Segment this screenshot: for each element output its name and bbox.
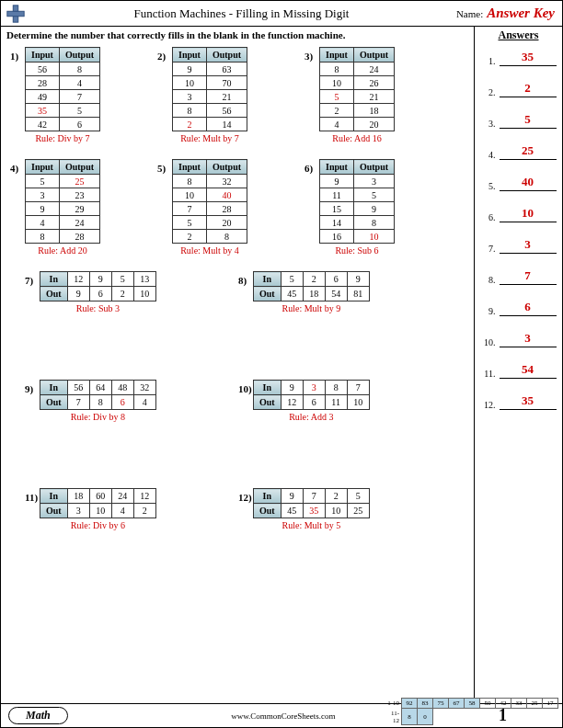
answer-number: 10. bbox=[481, 337, 496, 347]
cell: 10 bbox=[325, 504, 347, 518]
rule-text: Rule: Div by 8 bbox=[40, 412, 156, 422]
answer-value: 2 bbox=[500, 81, 557, 97]
function-table: In5269Out45185481 bbox=[253, 271, 370, 301]
answer-number: 7. bbox=[481, 244, 496, 254]
cell: 10 bbox=[89, 504, 111, 518]
cell: 12 bbox=[281, 395, 303, 410]
function-table: InputOutput568284497355426 bbox=[25, 47, 100, 131]
cell: 5 bbox=[281, 272, 303, 287]
answer-value: 7 bbox=[500, 268, 557, 285]
answer-value: 35 bbox=[500, 50, 557, 66]
answer-row: 2.2 bbox=[475, 81, 562, 97]
problem-10: 10)In9387Out1261110Rule: Add 3 bbox=[253, 380, 370, 422]
answer-value: 5 bbox=[500, 112, 557, 129]
function-table: InputOutput832104072852028 bbox=[172, 159, 247, 244]
answer-number: 1. bbox=[481, 56, 496, 66]
cell: 56 bbox=[206, 104, 247, 118]
rule-text: Rule: Add 16 bbox=[319, 133, 395, 143]
score-cell: 0 bbox=[418, 709, 433, 725]
rule-text: Rule: Div by 7 bbox=[25, 133, 100, 143]
cell: 49 bbox=[26, 90, 60, 104]
cell: 8 bbox=[325, 381, 347, 395]
answer-row: 11.54 bbox=[475, 362, 562, 379]
problem-number: 6) bbox=[304, 163, 313, 174]
score-cell: 92 bbox=[402, 699, 418, 709]
cell: 25 bbox=[59, 175, 99, 188]
problem-number: 4) bbox=[10, 163, 18, 174]
col-input: Input bbox=[26, 160, 60, 175]
cell: 24 bbox=[111, 489, 133, 504]
cell: 11 bbox=[320, 188, 354, 202]
rule-text: Rule: Add 20 bbox=[25, 245, 100, 256]
cell: 9 bbox=[353, 202, 394, 216]
cell: 8 bbox=[173, 175, 207, 188]
cell: 35 bbox=[303, 504, 325, 518]
problem-1: 1)InputOutput568284497355426Rule: Div by… bbox=[25, 47, 100, 143]
answer-row: 6.10 bbox=[475, 206, 562, 222]
answer-number: 2. bbox=[481, 87, 496, 97]
row-in: In bbox=[40, 381, 68, 395]
cell: 6 bbox=[89, 287, 111, 301]
footer: Math www.CommonCoreSheets.com 1 1-109283… bbox=[1, 703, 562, 727]
cell: 5 bbox=[26, 175, 60, 188]
cell: 64 bbox=[89, 381, 111, 395]
cell: 6 bbox=[303, 395, 325, 410]
cell: 2 bbox=[133, 504, 155, 518]
score-cell: 58 bbox=[465, 699, 480, 709]
answer-number: 5. bbox=[481, 181, 496, 191]
cell: 42 bbox=[26, 118, 60, 131]
cell: 21 bbox=[353, 90, 394, 104]
cell: 20 bbox=[353, 118, 394, 131]
cell: 9 bbox=[26, 202, 60, 216]
cell: 48 bbox=[111, 381, 133, 395]
cell: 26 bbox=[353, 76, 394, 90]
problem-number: 8) bbox=[238, 275, 247, 286]
col-output: Output bbox=[353, 48, 394, 63]
cell: 3 bbox=[67, 504, 89, 518]
rule-text: Rule: Div by 6 bbox=[40, 520, 156, 530]
score-cell: 33 bbox=[511, 699, 527, 709]
problems-area: 1)InputOutput568284497355426Rule: Div by… bbox=[5, 41, 470, 701]
score-cell: 25 bbox=[527, 699, 543, 709]
problem-number: 2) bbox=[157, 51, 166, 62]
cell: 4 bbox=[320, 118, 354, 131]
cell: 6 bbox=[59, 118, 99, 131]
score-cell: 67 bbox=[449, 699, 465, 709]
answer-number: 6. bbox=[481, 212, 496, 222]
answer-value: 3 bbox=[500, 237, 557, 254]
cell: 11 bbox=[325, 395, 347, 410]
problem-8: 8)In5269Out45185481Rule: Mult by 9 bbox=[253, 271, 370, 313]
answers-title: Answers bbox=[475, 28, 562, 42]
score-cell: 50 bbox=[480, 699, 496, 709]
cell: 10 bbox=[133, 287, 155, 301]
col-input: Input bbox=[320, 160, 354, 175]
rule-text: Rule: Sub 6 bbox=[319, 245, 395, 256]
header: Function Machines - Filling in Missing D… bbox=[1, 1, 562, 27]
cell: 9 bbox=[89, 272, 111, 287]
cell: 21 bbox=[206, 90, 247, 104]
worksheet-page: Function Machines - Filling in Missing D… bbox=[0, 0, 563, 728]
problem-number: 11) bbox=[25, 492, 38, 503]
row-out: Out bbox=[40, 395, 68, 410]
cell: 18 bbox=[67, 489, 89, 504]
col-input: Input bbox=[173, 160, 207, 175]
cell: 45 bbox=[281, 504, 303, 518]
cell: 14 bbox=[320, 216, 354, 230]
worksheet-title: Function Machines - Filling in Missing D… bbox=[27, 6, 456, 21]
function-table: InputOutput8241026521218420 bbox=[319, 47, 395, 131]
cell: 2 bbox=[173, 230, 207, 244]
cell: 32 bbox=[206, 175, 247, 188]
score-label: 1-10 bbox=[386, 699, 402, 709]
cell: 8 bbox=[59, 63, 99, 76]
col-output: Output bbox=[206, 48, 247, 63]
cell: 32 bbox=[133, 381, 155, 395]
problem-number: 10) bbox=[238, 383, 252, 394]
cell: 35 bbox=[26, 104, 60, 118]
answer-row: 9.6 bbox=[475, 300, 562, 316]
answer-row: 1.35 bbox=[475, 50, 562, 66]
col-input: Input bbox=[320, 48, 354, 63]
rule-text: Rule: Mult by 9 bbox=[253, 303, 370, 313]
problem-number: 12) bbox=[238, 492, 252, 503]
score-cell: 75 bbox=[433, 699, 449, 709]
cell: 4 bbox=[111, 504, 133, 518]
